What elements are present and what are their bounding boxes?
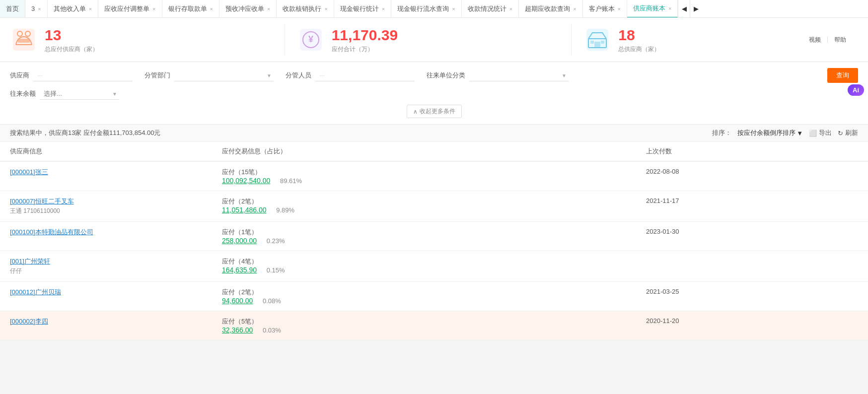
supplier-link[interactable]: [000002]李四 [10, 318, 48, 325]
tx-label: 应付（1笔） [222, 228, 646, 237]
nav-label: 超期应收款查询 [525, 4, 570, 13]
tx-amount-row: 100,092,540.00 89.61% [222, 177, 646, 185]
supplier-link[interactable]: [000007]恒旺二手叉车 [10, 197, 74, 205]
card1-content: 13 总应付供应商（家） [45, 26, 98, 54]
nav-item-overdue[interactable]: 超期应收款查询 × [519, 0, 582, 18]
close-icon[interactable]: × [324, 6, 327, 12]
filter-dept: 分管部门 ▼ [145, 69, 274, 81]
refresh-button[interactable]: ↻ 刷新 [838, 129, 858, 137]
sort-select[interactable]: 按应付余额倒序排序 ▼ [737, 129, 803, 137]
nav-item-cash-stats[interactable]: 现金银行统计 × [334, 0, 391, 18]
tx-amount[interactable]: 94,600.00 [222, 297, 253, 305]
close-icon[interactable]: × [668, 5, 671, 11]
nav-label: 收款情况统计 [468, 4, 506, 13]
close-icon[interactable]: × [573, 6, 576, 12]
close-icon[interactable]: × [382, 6, 385, 12]
payable-icon: ¥ [297, 26, 325, 54]
export-icon: ⬜ [809, 130, 817, 137]
tx-amount[interactable]: 164,635.90 [222, 266, 257, 274]
balance-select-wrapper: ▼ [40, 88, 119, 100]
supplier-input[interactable] [33, 69, 133, 81]
close-icon[interactable]: × [509, 6, 512, 12]
supplier-info: [000012]广州贝瑞 [10, 288, 222, 297]
refresh-icon: ↻ [838, 130, 843, 137]
nav-label: 首页 [6, 4, 19, 13]
card1-number: 13 [45, 26, 98, 44]
tx-amount-row: 164,635.90 0.15% [222, 266, 646, 274]
summary-bar: 13 总应付供应商（家） ¥ 11,170.39 应付合计（万） [0, 18, 868, 62]
card3-number: 18 [618, 26, 660, 44]
dept-select[interactable] [174, 69, 274, 81]
tx-pct: 0.23% [267, 237, 285, 245]
svg-rect-13 [601, 41, 604, 44]
category-select[interactable] [469, 69, 569, 81]
nav-item-collection-report[interactable]: 收款情况统计 × [462, 0, 519, 18]
results-bar: 搜索结果中，供应商13家 应付金额111,703,854.00元 排序： 按应付… [0, 125, 868, 142]
tx-amount[interactable]: 32,366.00 [222, 326, 253, 334]
nav-left-arrow[interactable]: ◀ [678, 0, 690, 18]
transaction-info: 应付（1笔） 258,000.00 0.23% [222, 228, 646, 245]
balance-select[interactable] [40, 88, 119, 100]
supplier-link[interactable]: [001]广州荣轩 [10, 258, 50, 265]
nav-label: 现金银行流水查询 [397, 4, 449, 13]
nav-item-bank-deposit[interactable]: 银行存取款单 × [162, 0, 219, 18]
transaction-info: 应付（2笔） 11,051,486.00 9.89% [222, 197, 646, 214]
supplier-label: 供应商 [10, 71, 29, 80]
store-icon [583, 26, 611, 54]
nav-item-ar-adjust[interactable]: 应收应付调整单 × [98, 0, 162, 18]
supplier-link[interactable]: [000012]广州贝瑞 [10, 288, 61, 296]
person-label: 分管人员 [286, 71, 311, 80]
person-input[interactable] [315, 69, 415, 81]
close-icon[interactable]: × [152, 6, 155, 12]
nav-item-other-income[interactable]: 其他收入单 × [48, 0, 98, 18]
nav-item-collection-exec[interactable]: 收款核销执行 × [277, 0, 334, 18]
supplier-link[interactable]: [000100]本特勤油品有限公司 [10, 228, 93, 236]
export-button[interactable]: ⬜ 导出 [809, 129, 832, 137]
last-payment: 2022-08-08 [646, 168, 858, 175]
nav-item-3[interactable]: 3 × [25, 0, 48, 18]
close-icon[interactable]: × [618, 6, 621, 12]
help-link[interactable]: 帮助 [834, 36, 846, 44]
tx-amount[interactable]: 258,000.00 [222, 237, 257, 245]
nav-item-advance-offset[interactable]: 预收冲应收单 × [219, 0, 277, 18]
table-row: [000012]广州贝瑞 应付（2笔） 94,600.00 0.08% 2021… [0, 282, 868, 311]
supplier-icon [10, 26, 38, 54]
nav-item-home[interactable]: 首页 [0, 0, 25, 18]
transaction-info: 应付（2笔） 94,600.00 0.08% [222, 288, 646, 305]
nav-item-cash-flow[interactable]: 现金银行流水查询 × [391, 0, 461, 18]
card3-content: 18 总供应商（家） [618, 26, 660, 54]
close-icon[interactable]: × [89, 6, 92, 12]
filter-bar: 供应商 分管部门 ▼ 分管人员 往来单位分类 ▼ 查询 往来余额 [0, 62, 868, 125]
video-link[interactable]: 视频 [809, 36, 821, 44]
last-payment-date: 2022-08-08 [646, 168, 679, 175]
tx-amount-row: 258,000.00 0.23% [222, 237, 646, 245]
supplier-link[interactable]: [000001]张三 [10, 168, 48, 176]
nav-item-supplier-ledger[interactable]: 供应商账本 × [627, 0, 678, 18]
card-actions: 视频 | 帮助 [809, 36, 846, 44]
collapse-label: 收起更多条件 [420, 107, 455, 116]
transaction-info: 应付（15笔） 100,092,540.00 89.61% [222, 168, 646, 185]
tx-amount[interactable]: 11,051,486.00 [222, 206, 267, 214]
table-container: 供应商信息 应付交易信息（占比） 上次付数 [000001]张三 应付（15笔）… [0, 142, 868, 340]
svg-rect-12 [590, 41, 594, 44]
card1-label: 总应付供应商（家） [45, 45, 98, 54]
nav-right-arrow[interactable]: ▶ [690, 0, 702, 18]
supplier-info: [000002]李四 [10, 317, 222, 326]
summary-card-total: 18 总供应商（家） 视频 | 帮助 [572, 24, 858, 56]
tx-amount-row: 32,366.00 0.03% [222, 326, 646, 334]
close-icon[interactable]: × [452, 6, 455, 12]
close-icon[interactable]: × [267, 6, 270, 12]
filter-row-2: 往来余额 ▼ [10, 88, 858, 100]
last-payment: 2021-11-17 [646, 197, 858, 204]
collapse-button[interactable]: ∧ 收起更多条件 [407, 105, 462, 118]
nav-bar: 首页 3 × 其他收入单 × 应收应付调整单 × 银行存取款单 × 预收冲应收单… [0, 0, 868, 18]
search-button[interactable]: 查询 [827, 68, 858, 83]
nav-item-customer-ledger[interactable]: 客户账本 × [583, 0, 627, 18]
nav-label: 预收冲应收单 [225, 4, 264, 13]
dept-select-wrapper: ▼ [174, 69, 274, 81]
tx-amount[interactable]: 100,092,540.00 [222, 177, 270, 185]
close-icon[interactable]: × [210, 6, 213, 12]
card2-content: 11,170.39 应付合计（万） [332, 26, 398, 54]
close-icon[interactable]: × [38, 6, 41, 12]
ai-badge[interactable]: Ai [848, 84, 864, 96]
